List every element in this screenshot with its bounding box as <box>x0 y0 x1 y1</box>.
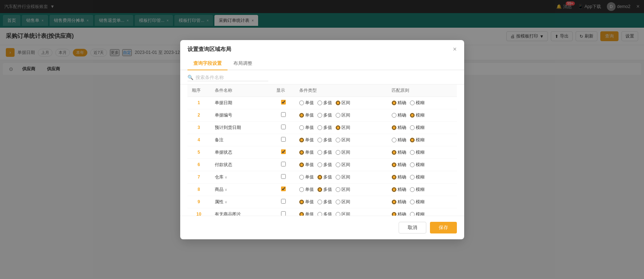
dialog-tab-layout[interactable]: 布局调整 <box>228 57 258 70</box>
type-radio[interactable] <box>317 138 322 142</box>
type-radio-item[interactable]: 单值 <box>299 137 314 143</box>
type-radio-item[interactable]: 多值 <box>317 211 332 216</box>
type-radio[interactable] <box>317 212 322 216</box>
type-radio-item[interactable]: 单值 <box>299 186 314 193</box>
match-radio[interactable] <box>410 150 415 155</box>
type-radio[interactable] <box>299 162 304 167</box>
type-radio[interactable] <box>336 187 340 192</box>
match-radio[interactable] <box>392 113 396 118</box>
type-radio[interactable] <box>299 212 304 216</box>
type-radio-item[interactable]: 单值 <box>299 125 314 131</box>
type-radio-item[interactable]: 区间 <box>336 186 350 193</box>
display-checkbox[interactable] <box>281 137 286 142</box>
type-radio-item[interactable]: 单值 <box>299 162 314 168</box>
type-radio[interactable] <box>317 113 322 118</box>
type-radio[interactable] <box>299 150 304 155</box>
match-radio[interactable] <box>392 175 396 180</box>
match-radio-item[interactable]: 模糊 <box>410 125 424 131</box>
type-radio-item[interactable]: 区间 <box>336 162 350 168</box>
type-radio[interactable] <box>317 187 322 192</box>
display-checkbox[interactable] <box>281 149 286 154</box>
match-radio[interactable] <box>410 175 415 180</box>
match-radio[interactable] <box>392 200 396 204</box>
match-radio-item[interactable]: 精确 <box>392 162 406 168</box>
match-radio-item[interactable]: 模糊 <box>410 100 424 106</box>
type-radio-item[interactable]: 单值 <box>299 211 314 216</box>
match-radio[interactable] <box>410 162 415 167</box>
match-radio-item[interactable]: 模糊 <box>410 162 424 168</box>
display-checkbox[interactable] <box>281 174 286 179</box>
match-radio[interactable] <box>392 187 396 192</box>
match-radio-item[interactable]: 模糊 <box>410 149 424 156</box>
type-radio[interactable] <box>336 101 340 105</box>
type-radio-item[interactable]: 多值 <box>317 162 332 168</box>
type-radio-item[interactable]: 区间 <box>336 174 350 180</box>
match-radio-item[interactable]: 模糊 <box>410 137 424 143</box>
type-radio-item[interactable]: 区间 <box>336 112 350 118</box>
type-radio[interactable] <box>336 113 340 118</box>
match-radio-item[interactable]: 精确 <box>392 112 406 118</box>
expand-icon[interactable]: ∨ <box>225 188 227 192</box>
match-radio[interactable] <box>392 125 396 130</box>
type-radio[interactable] <box>317 200 322 204</box>
dialog-tab-query-fields[interactable]: 查询字段设置 <box>187 57 228 70</box>
match-radio[interactable] <box>410 187 415 192</box>
type-radio-item[interactable]: 单值 <box>299 149 314 156</box>
match-radio[interactable] <box>392 101 396 105</box>
display-checkbox[interactable] <box>281 186 286 191</box>
type-radio-item[interactable]: 区间 <box>336 137 350 143</box>
match-radio[interactable] <box>410 113 415 118</box>
type-radio[interactable] <box>336 138 340 142</box>
type-radio-item[interactable]: 多值 <box>317 100 332 106</box>
display-checkbox[interactable] <box>281 112 286 117</box>
match-radio[interactable] <box>410 101 415 105</box>
match-radio[interactable] <box>410 138 415 142</box>
display-checkbox[interactable] <box>281 125 286 129</box>
expand-icon[interactable]: ∨ <box>225 200 227 204</box>
type-radio[interactable] <box>317 162 322 167</box>
match-radio-item[interactable]: 精确 <box>392 199 406 205</box>
type-radio-item[interactable]: 多值 <box>317 125 332 131</box>
match-radio-item[interactable]: 精确 <box>392 149 406 156</box>
type-radio-item[interactable]: 多值 <box>317 112 332 118</box>
type-radio[interactable] <box>336 175 340 180</box>
type-radio[interactable] <box>299 101 304 105</box>
type-radio-item[interactable]: 多值 <box>317 186 332 193</box>
type-radio-item[interactable]: 区间 <box>336 199 350 205</box>
type-radio-item[interactable]: 区间 <box>336 211 350 216</box>
match-radio-item[interactable]: 模糊 <box>410 199 424 205</box>
match-radio[interactable] <box>392 162 396 167</box>
match-radio[interactable] <box>392 150 396 155</box>
dialog-close-btn[interactable]: × <box>453 46 457 52</box>
type-radio[interactable] <box>336 150 340 155</box>
type-radio[interactable] <box>299 187 304 192</box>
type-radio[interactable] <box>317 150 322 155</box>
type-radio[interactable] <box>336 125 340 130</box>
match-radio-item[interactable]: 精确 <box>392 125 406 131</box>
match-radio-item[interactable]: 模糊 <box>410 112 424 118</box>
search-input[interactable] <box>195 75 268 80</box>
type-radio[interactable] <box>299 175 304 180</box>
display-checkbox[interactable] <box>281 162 286 166</box>
type-radio-item[interactable]: 区间 <box>336 125 350 131</box>
type-radio[interactable] <box>317 125 322 130</box>
type-radio-item[interactable]: 单值 <box>299 174 314 180</box>
type-radio-item[interactable]: 多值 <box>317 149 332 156</box>
type-radio[interactable] <box>299 125 304 130</box>
type-radio[interactable] <box>317 175 322 180</box>
type-radio-item[interactable]: 多值 <box>317 199 332 205</box>
type-radio-item[interactable]: 单值 <box>299 112 314 118</box>
match-radio-item[interactable]: 精确 <box>392 137 406 143</box>
type-radio[interactable] <box>317 101 322 105</box>
expand-icon[interactable]: ∨ <box>225 175 227 179</box>
match-radio[interactable] <box>410 125 415 130</box>
match-radio-item[interactable]: 模糊 <box>410 174 424 180</box>
type-radio[interactable] <box>299 200 304 204</box>
match-radio-item[interactable]: 精确 <box>392 174 406 180</box>
match-radio-item[interactable]: 模糊 <box>410 186 424 193</box>
cancel-btn[interactable]: 取消 <box>399 222 426 233</box>
type-radio-item[interactable]: 单值 <box>299 199 314 205</box>
save-btn[interactable]: 保存 <box>430 222 457 233</box>
type-radio-item[interactable]: 区间 <box>336 100 350 106</box>
type-radio[interactable] <box>336 212 340 216</box>
